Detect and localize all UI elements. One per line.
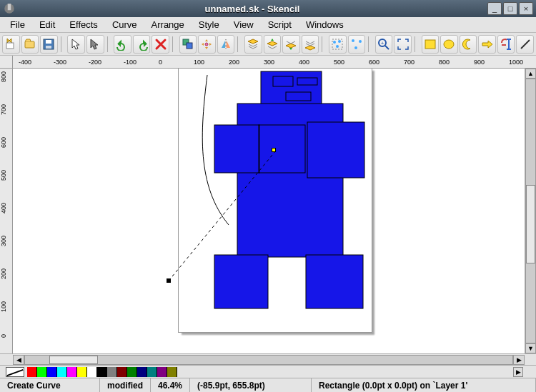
swatch[interactable] bbox=[67, 367, 77, 377]
ruler-v-tick: 100 bbox=[0, 301, 7, 312]
undo-icon[interactable] bbox=[114, 35, 131, 54]
svg-point-13 bbox=[336, 45, 339, 48]
layer-back-icon[interactable] bbox=[302, 35, 319, 54]
scroll-up-icon[interactable]: ▲ bbox=[525, 69, 536, 79]
ruler-h-tick: -200 bbox=[89, 59, 101, 66]
ruler-h-tick: 200 bbox=[229, 59, 239, 66]
swatch[interactable] bbox=[107, 367, 117, 377]
palette-more-icon[interactable]: ▶ bbox=[513, 367, 523, 377]
redo-icon[interactable] bbox=[133, 35, 151, 54]
rect-tool-icon[interactable] bbox=[422, 35, 440, 54]
swatch[interactable] bbox=[147, 367, 157, 377]
ruler-h-tick: -400 bbox=[19, 59, 31, 66]
layer-down-icon[interactable] bbox=[282, 35, 300, 54]
menu-curve[interactable]: Curve bbox=[105, 17, 144, 32]
svg-rect-28 bbox=[273, 76, 293, 86]
swatch[interactable] bbox=[87, 367, 97, 377]
arrow-shape-icon[interactable] bbox=[478, 35, 496, 54]
menu-edit[interactable]: Edit bbox=[32, 17, 62, 32]
svg-point-17 bbox=[354, 46, 357, 49]
vscroll-thumb[interactable] bbox=[526, 185, 535, 264]
swatch[interactable] bbox=[47, 367, 57, 377]
svg-point-15 bbox=[352, 39, 354, 42]
ruler-v-tick: 0 bbox=[0, 334, 7, 338]
menu-script[interactable]: Script bbox=[261, 17, 299, 32]
ruler-horizontal: -400-300-200-100010020030040050060070080… bbox=[13, 56, 536, 69]
swatch[interactable] bbox=[27, 367, 37, 377]
curve-handle-2[interactable] bbox=[167, 278, 171, 283]
ruler-h-tick: 800 bbox=[439, 59, 450, 66]
window-titlebar: unnamed.sk - Skencil _ □ × bbox=[0, 0, 536, 17]
group-icon[interactable] bbox=[329, 35, 347, 54]
open-icon[interactable] bbox=[21, 35, 39, 54]
menu-file[interactable]: File bbox=[3, 17, 32, 32]
curve-handle-1[interactable] bbox=[272, 148, 276, 152]
minimize-button[interactable]: _ bbox=[487, 2, 502, 15]
svg-rect-21 bbox=[425, 40, 435, 49]
menu-arrange[interactable]: Arrange bbox=[144, 17, 192, 32]
ruler-h-tick: -100 bbox=[124, 59, 137, 66]
status-bar: Create Curve modified 46.4% (-85.9pt, 65… bbox=[0, 378, 536, 392]
swatch[interactable] bbox=[77, 367, 87, 377]
scroll-left-icon[interactable]: ◀ bbox=[13, 355, 24, 365]
flip-icon[interactable] bbox=[217, 35, 235, 54]
svg-line-26 bbox=[521, 40, 530, 49]
ruler-h-tick: 100 bbox=[194, 59, 204, 66]
swatch[interactable] bbox=[137, 367, 147, 377]
fit-icon[interactable] bbox=[394, 35, 412, 54]
swatch[interactable] bbox=[117, 367, 127, 377]
menu-style[interactable]: Style bbox=[192, 17, 227, 32]
scroll-down-icon[interactable]: ▼ bbox=[525, 343, 536, 353]
svg-rect-3 bbox=[25, 41, 34, 48]
menu-effects[interactable]: Effects bbox=[62, 17, 105, 32]
ellipse-tool-icon[interactable] bbox=[440, 35, 458, 54]
ruler-h-tick: 700 bbox=[404, 59, 415, 66]
maximize-button[interactable]: □ bbox=[503, 2, 517, 15]
horizontal-scrollbar[interactable]: ◀ ▶ bbox=[0, 353, 536, 365]
zoom-icon[interactable]: + bbox=[375, 35, 393, 54]
swatch[interactable] bbox=[127, 367, 137, 377]
svg-text:+: + bbox=[381, 40, 384, 46]
menu-windows[interactable]: Windows bbox=[299, 17, 351, 32]
swatch[interactable] bbox=[157, 367, 167, 377]
vertical-scrollbar[interactable]: ▲ ▼ bbox=[525, 69, 536, 353]
layer-front-icon[interactable] bbox=[244, 35, 262, 54]
close-button[interactable]: × bbox=[519, 2, 533, 15]
swatch[interactable] bbox=[57, 367, 67, 377]
canvas[interactable]: ▲ ▼ bbox=[13, 69, 536, 353]
ruler-h-tick: 500 bbox=[334, 59, 344, 66]
swatch[interactable] bbox=[167, 367, 177, 377]
ruler-v-tick: 800 bbox=[0, 71, 7, 82]
work-area: 8007006005004003002001000 bbox=[0, 69, 536, 353]
swatch[interactable] bbox=[97, 367, 107, 377]
ruler-v-tick: 400 bbox=[0, 203, 7, 213]
scroll-right-icon[interactable]: ▶ bbox=[513, 355, 525, 365]
svg-rect-35 bbox=[306, 255, 363, 308]
svg-rect-5 bbox=[46, 40, 51, 44]
layer-up-icon[interactable] bbox=[264, 35, 282, 54]
edit-arrow-icon[interactable] bbox=[86, 35, 104, 54]
svg-point-22 bbox=[444, 40, 454, 49]
new-icon[interactable] bbox=[2, 35, 20, 54]
duplicate-icon[interactable] bbox=[179, 35, 197, 54]
swatch[interactable] bbox=[37, 367, 47, 377]
ruler-v-tick: 200 bbox=[0, 268, 7, 279]
ruler-vertical: 8007006005004003002001000 bbox=[0, 69, 13, 353]
pointer-icon[interactable] bbox=[67, 35, 85, 54]
hscroll-thumb[interactable] bbox=[49, 356, 98, 364]
svg-point-11 bbox=[333, 41, 336, 44]
save-icon[interactable] bbox=[40, 35, 58, 54]
delete-icon[interactable] bbox=[152, 35, 169, 54]
ruler-corner bbox=[0, 56, 13, 69]
no-fill-swatch[interactable] bbox=[6, 367, 24, 377]
ruler-h-tick: 900 bbox=[474, 59, 485, 66]
line-tool-icon[interactable] bbox=[516, 35, 534, 54]
hscroll-track[interactable] bbox=[24, 355, 513, 365]
transform-icon[interactable] bbox=[198, 35, 216, 54]
toolbar: + bbox=[0, 33, 536, 56]
ungroup-icon[interactable] bbox=[348, 35, 366, 54]
moon-tool-icon[interactable] bbox=[460, 35, 477, 54]
text-tool-icon[interactable] bbox=[497, 35, 515, 54]
menu-view[interactable]: View bbox=[227, 17, 261, 32]
svg-rect-1 bbox=[8, 4, 11, 10]
